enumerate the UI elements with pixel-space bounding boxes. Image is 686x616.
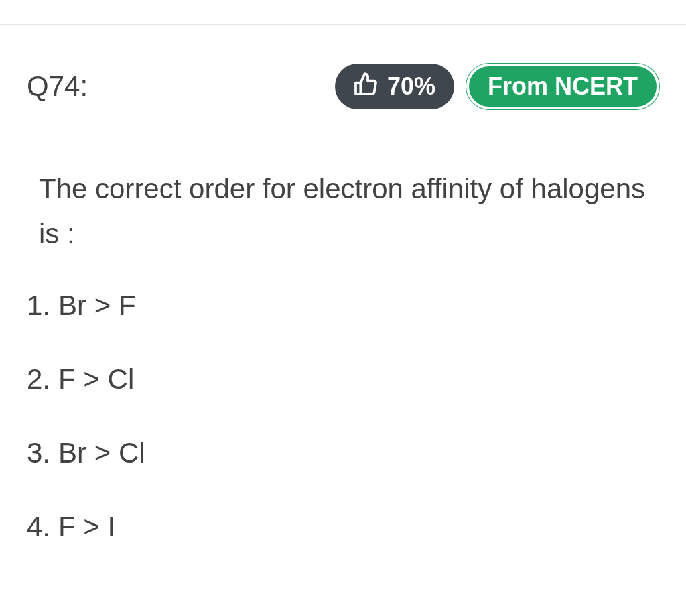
thumbs-up-icon [354, 72, 378, 102]
option-2[interactable]: 2. F > Cl [27, 363, 145, 395]
question-header: Q74: 70% From NCERT [27, 64, 659, 109]
question-number: Q74: [27, 70, 88, 103]
badges-container: 70% From NCERT [335, 64, 659, 109]
option-number: 2. [27, 363, 50, 395]
option-number: 1. [27, 290, 50, 322]
option-1[interactable]: 1. Br > F [27, 290, 145, 322]
top-divider [0, 24, 686, 25]
option-text: F > Cl [58, 363, 134, 395]
question-text: The correct order for electron affinity … [39, 166, 659, 256]
option-number: 4. [27, 511, 50, 543]
option-3[interactable]: 3. Br > Cl [27, 437, 145, 469]
option-text: Br > Cl [58, 437, 145, 469]
option-text: Br > F [58, 290, 136, 322]
options-list: 1. Br > F 2. F > Cl 3. Br > Cl 4. F > I [27, 290, 145, 543]
rating-percent: 70% [387, 72, 435, 101]
option-4[interactable]: 4. F > I [27, 511, 145, 543]
option-text: F > I [58, 511, 115, 543]
source-label: From NCERT [488, 72, 638, 101]
source-badge[interactable]: From NCERT [466, 64, 659, 109]
option-number: 3. [27, 437, 50, 469]
rating-badge[interactable]: 70% [335, 64, 454, 109]
